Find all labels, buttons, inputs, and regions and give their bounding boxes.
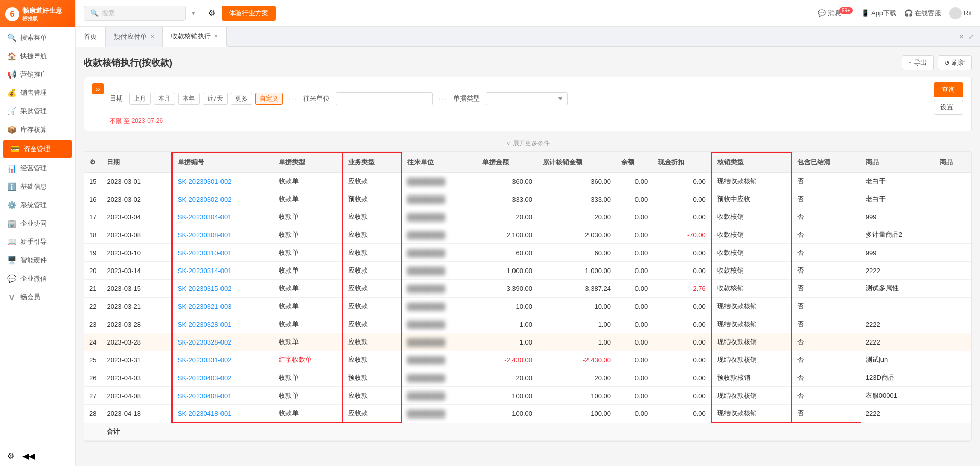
row-product2	[935, 262, 971, 280]
row-cancel-type: 收款核销	[712, 208, 792, 226]
sidebar-item-search[interactable]: 🔍 搜索菜单	[0, 29, 75, 47]
row-cancel-type: 预收中应收	[712, 190, 792, 208]
row-counterpart: ████████	[402, 387, 478, 405]
bill-no-link[interactable]: SK-20230310-001	[178, 249, 232, 257]
bill-no-link[interactable]: SK-20230301-002	[178, 178, 232, 185]
bill-no-link[interactable]: SK-20230302-002	[178, 195, 232, 203]
sidebar: 6 畅康道好生意 标推版 🔍 搜索菜单 🏠 快捷导航 📢 营销推广 💰 销售管理…	[0, 0, 76, 466]
row-bill-no: SK-20230304-001	[172, 208, 274, 226]
online-service-item[interactable]: 🎧 在线客服	[904, 9, 941, 18]
bill-no-link[interactable]: SK-20230304-001	[178, 213, 232, 221]
sidebar-item-basic-info[interactable]: ℹ️ 基础信息	[0, 178, 75, 196]
row-bill-type: 收款单	[274, 226, 342, 244]
bill-no-link[interactable]: SK-20230321-003	[178, 303, 232, 310]
bill-no-link[interactable]: SK-20230418-001	[178, 410, 232, 418]
refresh-button[interactable]: ↺ 刷新	[938, 55, 972, 70]
filter-bill-type-select[interactable]	[486, 92, 568, 105]
sidebar-item-wechat[interactable]: 💬 企业微信	[0, 269, 75, 288]
sidebar-item-smart[interactable]: 🖥️ 智能硬件	[0, 251, 75, 269]
sidebar-item-guide[interactable]: 📖 新手引导	[0, 233, 75, 251]
row-amount: 60.00	[477, 244, 537, 262]
solution-button[interactable]: 体验行业方案	[222, 6, 276, 21]
tab-collection-close[interactable]: ✕	[214, 33, 218, 39]
sidebar-item-purchase[interactable]: 🛒 采购管理	[0, 102, 75, 120]
row-date: 2023-03-31	[102, 351, 172, 369]
tab-home[interactable]: 首页	[76, 27, 106, 47]
table-row: 22 2023-03-21 SK-20230321-003 收款单 应收款 ██…	[84, 298, 971, 315]
row-counterpart: ████████	[402, 226, 478, 244]
bill-no-link[interactable]: SK-20230328-002	[178, 338, 232, 346]
topbar-search-box[interactable]: 🔍 搜索	[84, 6, 186, 21]
filter-toggle-button[interactable]: »	[92, 83, 104, 94]
filter-date-7days[interactable]: 近7天	[203, 93, 228, 105]
sidebar-bottom: ⚙ ◀◀	[0, 446, 75, 466]
sidebar-collapse-icon[interactable]: ◀◀	[22, 451, 35, 461]
col-settings[interactable]: ⚙	[84, 152, 102, 173]
row-accum: 1.00	[537, 333, 616, 351]
filter-date-last-month[interactable]: 上月	[129, 93, 151, 105]
tab-collection[interactable]: 收款核销执行 ✕	[163, 27, 227, 47]
bill-no-link[interactable]: SK-20230328-001	[178, 321, 232, 328]
sidebar-item-system[interactable]: ⚙️ 系统管理	[0, 196, 75, 214]
filter-date-range-display: 不限 至 2023-07-26	[110, 117, 963, 126]
message-item[interactable]: 💬 消息 99+	[818, 9, 853, 18]
sidebar-item-inventory[interactable]: 📦 库存核算	[0, 120, 75, 139]
bill-no-link[interactable]: SK-20230308-001	[178, 231, 232, 239]
row-product2	[935, 208, 971, 226]
tab-receivable[interactable]: 预付应付单 ✕	[106, 27, 163, 47]
row-bill-type: 收款单	[274, 208, 342, 226]
app-download-item[interactable]: 📱 App下载	[861, 9, 896, 18]
bill-no-link[interactable]: SK-20230315-002	[178, 285, 232, 292]
export-button[interactable]: ↑ 导出	[902, 55, 934, 70]
row-cancel-type: 现结收款核销	[712, 173, 792, 190]
sidebar-item-marketing[interactable]: 📢 营销推广	[0, 65, 75, 84]
expand-more-conditions[interactable]: ∨ 展开更多条件	[84, 136, 972, 151]
table-row: 18 2023-03-08 SK-20230308-001 收款单 应收款 ██…	[84, 226, 971, 244]
bill-no-link[interactable]: SK-20230408-001	[178, 392, 232, 400]
query-button[interactable]: 查询	[934, 82, 963, 97]
bill-no-link[interactable]: SK-20230403-002	[178, 374, 232, 382]
row-bill-no: SK-20230328-001	[172, 315, 274, 333]
col-amount: 单据金额	[477, 152, 537, 173]
sidebar-nav: 🔍 搜索菜单 🏠 快捷导航 📢 营销推广 💰 销售管理 🛒 采购管理 📦 库存核…	[0, 27, 75, 446]
row-no: 16	[84, 190, 102, 208]
settings-button[interactable]: 设置	[934, 100, 963, 115]
sidebar-item-member[interactable]: V 畅会员	[0, 288, 75, 306]
bill-no-link[interactable]: SK-20230331-002	[178, 356, 232, 364]
topbar-settings-icon[interactable]: ⚙	[208, 8, 215, 18]
col-cancel-type: 核销类型	[712, 152, 792, 173]
filter-date-this-month[interactable]: 本月	[154, 93, 175, 105]
tab-receivable-close[interactable]: ✕	[150, 34, 154, 39]
filter-date-more[interactable]: 更多	[231, 93, 252, 105]
row-cancel-type: 收款核销	[712, 280, 792, 298]
row-cancel-type: 现结收款核销	[712, 351, 792, 369]
row-balance: 0.00	[616, 280, 653, 298]
sidebar-settings-icon[interactable]: ⚙	[7, 451, 14, 461]
bill-no-link[interactable]: SK-20230314-001	[178, 267, 232, 275]
row-balance: 0.00	[616, 387, 653, 405]
row-product: 测试多属性	[861, 280, 935, 298]
row-counterpart: ████████	[402, 369, 478, 387]
row-bill-type: 收款单	[274, 387, 342, 405]
row-no: 28	[84, 405, 102, 423]
filter-date-custom[interactable]: 自定义	[255, 93, 283, 105]
tab-close-all-icon[interactable]: ✕	[959, 33, 964, 40]
sidebar-item-enterprise[interactable]: 🏢 企业协同	[0, 214, 75, 233]
tab-expand-icon[interactable]: ⤢	[968, 33, 974, 40]
data-table: ⚙ 日期 单据编号 单据类型 业务类型 往来单位 单据金额 累计核销金额 余额 …	[84, 152, 971, 441]
row-discount: 0.00	[653, 190, 712, 208]
topbar-right: 💬 消息 99+ 📱 App下载 🎧 在线客服 Rit	[818, 7, 972, 19]
row-discount: 0.00	[653, 208, 712, 226]
basic-info-icon: ℹ️	[7, 182, 16, 191]
sidebar-item-finance[interactable]: 💳 资金管理	[3, 140, 72, 158]
row-accum: 60.00	[537, 244, 616, 262]
filter-counterpart-input[interactable]	[336, 92, 433, 105]
topbar-dropdown-arrow[interactable]: ▾	[192, 9, 195, 17]
sidebar-item-sales[interactable]: 💰 销售管理	[0, 84, 75, 102]
sidebar-item-operations[interactable]: 📊 经营管理	[0, 159, 75, 178]
row-no: 27	[84, 387, 102, 405]
user-name-item[interactable]: Rit	[949, 7, 972, 19]
sidebar-item-quick-nav[interactable]: 🏠 快捷导航	[0, 47, 75, 65]
filter-date-this-year[interactable]: 本年	[178, 93, 200, 105]
headset-icon: 🎧	[904, 9, 913, 17]
